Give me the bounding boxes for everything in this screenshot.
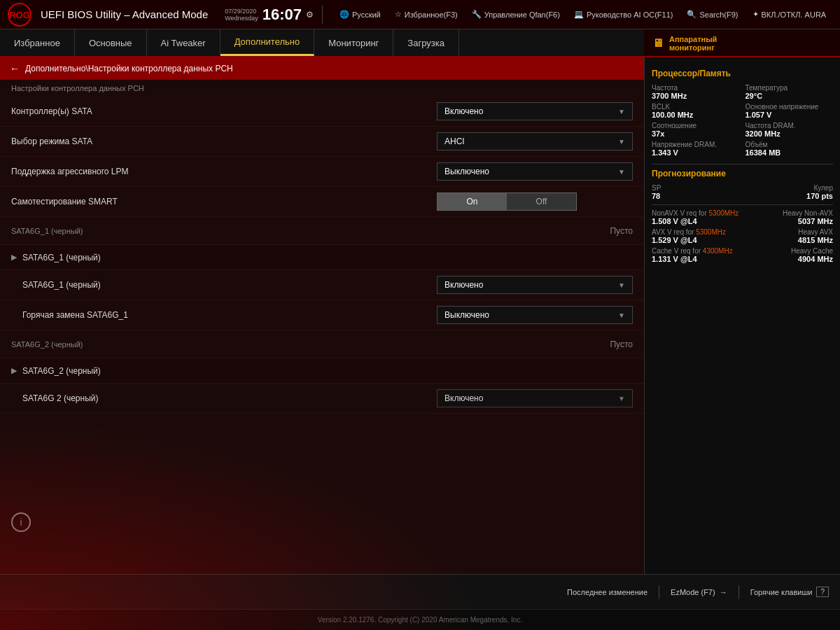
dropdown-arrow-icon: ▼ <box>618 108 625 115</box>
top-nav-qfan[interactable]: 🔧 Управление Qfan(F6) <box>466 8 566 20</box>
tab-advanced[interactable]: Дополнительно <box>220 29 315 56</box>
smart-label: Самотестирование SMART <box>11 197 437 206</box>
cache-req-label: Cache V req for 4300MHz <box>652 247 733 255</box>
top-nav-items: 🌐 Русский ☆ Избранное(F3) 🔧 Управление Q… <box>334 8 833 20</box>
dram-voltage-value: 1.343 V <box>652 148 740 157</box>
search-label: Search(F9) <box>699 10 738 19</box>
monitor-icon: 🖥 <box>652 37 664 50</box>
tab-monitoring[interactable]: Мониторинг <box>314 29 393 56</box>
ezmode-icon: → <box>720 588 727 596</box>
rog-logo-icon: ROG <box>7 2 32 27</box>
cooler-value: 170 pts <box>806 192 833 200</box>
cooler-label: Кулер <box>806 184 833 192</box>
qfan-label: Управление Qfan(F6) <box>484 10 560 19</box>
setting-sata6g1-enable: SATA6G_1 (черный) Включено ▼ <box>0 270 644 300</box>
lpm-control: Выключено ▼ <box>437 162 633 181</box>
sata6g2-enable-dropdown[interactable]: Включено ▼ <box>437 389 633 407</box>
ezmode-label: EzMode (F7) <box>671 588 715 596</box>
setting-sata6g2-status: SATA6G_2 (черный) Пусто <box>0 330 644 358</box>
last-change-item[interactable]: Последнее изменение <box>567 588 648 596</box>
volume-value: 16384 MB <box>746 148 834 157</box>
smart-toggle: On Off <box>437 192 577 211</box>
back-button[interactable]: ← <box>10 63 20 74</box>
bclk-label: BCLK <box>652 103 740 111</box>
dropdown-arrow-icon2: ▼ <box>618 138 625 146</box>
smart-control: On Off <box>437 192 633 211</box>
dropdown-arrow-icon4: ▼ <box>618 281 625 289</box>
avx-req-label: AVX V req for 5300MHz <box>652 228 726 236</box>
globe-icon: 🌐 <box>340 10 349 19</box>
info-button[interactable]: i <box>11 512 31 532</box>
sata6g2-enable-label: SATA6G 2 (черный) <box>22 393 437 403</box>
tab-basics[interactable]: Основные <box>75 29 147 56</box>
sata6g2-status-value: Пусто <box>610 340 633 349</box>
lpm-dropdown[interactable]: Выключено ▼ <box>437 162 633 181</box>
setting-sata-mode: Выбор режима SATA AHCI ▼ <box>0 127 644 157</box>
content-area: ← Дополнительно\Настройки контроллера да… <box>0 57 840 574</box>
sata6g1-enable-label: SATA6G_1 (черный) <box>22 280 437 290</box>
expand-arrow-icon2: ▶ <box>11 366 17 375</box>
sidebar-sp-row: SP 78 Кулер 170 pts <box>652 184 833 200</box>
hotswap-sata6g1-dropdown[interactable]: Выключено ▼ <box>437 306 633 324</box>
sp-label: SP <box>652 184 661 192</box>
time-settings-icon[interactable]: ⚙ <box>306 10 314 20</box>
svg-text:ROG: ROG <box>9 10 30 20</box>
star-icon: ☆ <box>395 10 402 19</box>
expandable-sata6g1[interactable]: ▶ SATA6G_1 (черный) <box>0 245 644 270</box>
ezmode-item[interactable]: EzMode (F7) → <box>671 588 727 596</box>
breadcrumb: ← Дополнительно\Настройки контроллера да… <box>0 57 644 80</box>
expand-arrow-icon: ▶ <box>11 253 17 262</box>
top-nav-aura[interactable]: ✦ ВКЛ./ОТКЛ. AURA <box>747 8 832 20</box>
sata-controller-control: Включено ▼ <box>437 102 633 120</box>
avx-voltage: 1.529 V @L4 <box>652 236 726 244</box>
sata-controller-label: Контроллер(ы) SATA <box>11 106 437 116</box>
freq-value: 3700 MHz <box>652 92 740 100</box>
top-nav-language[interactable]: 🌐 Русский <box>334 8 386 20</box>
tab-ai-tweaker[interactable]: Ai Tweaker <box>147 29 220 56</box>
sp-value: 78 <box>652 192 661 200</box>
dram-freq-label: Частота DRAM. <box>746 122 834 130</box>
smart-toggle-on[interactable]: On <box>438 193 507 210</box>
section-title: Настройки контроллера данных PCH <box>0 80 644 97</box>
time-display: 16:07 <box>262 6 302 24</box>
setting-smart: Самотестирование SMART On Off <box>0 187 644 217</box>
aura-icon: ✦ <box>752 10 759 19</box>
top-nav-favorites[interactable]: ☆ Избранное(F3) <box>389 8 463 20</box>
cache-type: Heavy Cache <box>791 247 833 255</box>
sata6g1-enable-value: Включено <box>444 280 483 290</box>
sata6g1-enable-control: Включено ▼ <box>437 276 633 294</box>
sata-mode-control: AHCI ▼ <box>437 132 633 150</box>
setting-lpm: Поддержка агрессивного LPM Выключено ▼ <box>0 157 644 187</box>
sata-mode-dropdown[interactable]: AHCI ▼ <box>437 132 633 150</box>
avx-row: AVX V req for 5300MHz 1.529 V @L4 Heavy … <box>652 228 833 244</box>
sata6g1-enable-dropdown[interactable]: Включено ▼ <box>437 276 633 294</box>
expandable-sata6g2-label: SATA6G_2 (черный) <box>22 366 101 376</box>
temp-label: Температура <box>746 84 834 92</box>
top-nav-search[interactable]: 🔍 Search(F9) <box>681 8 743 20</box>
info-icon: i <box>20 517 22 528</box>
main-panel: ← Дополнительно\Настройки контроллера да… <box>0 57 644 574</box>
avx-mhz: 4815 MHz <box>798 236 833 244</box>
tab-favorites[interactable]: Избранное <box>0 29 75 56</box>
expandable-sata6g2[interactable]: ▶ SATA6G_2 (черный) <box>0 358 644 384</box>
sata-mode-label: Выбор режима SATA <box>11 136 437 146</box>
hotswap-sata6g1-value: Выключено <box>444 310 489 320</box>
ratio-label: Соотношение <box>652 122 740 130</box>
sata-mode-value: AHCI <box>444 136 465 146</box>
top-nav-aioc[interactable]: 💻 Руководство AI OC(F11) <box>568 8 679 20</box>
sidebar-proc-grid: Частота 3700 MHz Температура 29°C BCLK 1… <box>652 84 833 157</box>
lpm-label: Поддержка агрессивного LPM <box>11 167 437 176</box>
hotkeys-item[interactable]: Горячие клавиши ? <box>750 587 829 597</box>
temp-value: 29°C <box>746 92 834 100</box>
lpm-value: Выключено <box>444 167 489 176</box>
sidebar-header: 🖥 Аппаратный мониторинг <box>644 29 840 57</box>
sata-controller-dropdown[interactable]: Включено ▼ <box>437 102 633 120</box>
hw-monitor-title-line2: мониторинг <box>669 43 717 52</box>
base-voltage-value: 1.057 V <box>746 111 834 119</box>
sidebar: Процессор/Память Частота 3700 MHz Темпер… <box>644 57 840 574</box>
nonavx-mhz: 5037 MHz <box>783 217 833 225</box>
tab-boot[interactable]: Загрузка <box>393 29 459 56</box>
datetime-section: 07/29/2020Wednesday 16:07 ⚙ <box>225 6 323 24</box>
smart-toggle-off[interactable]: Off <box>507 193 576 210</box>
volume-label: Объём <box>746 141 834 148</box>
